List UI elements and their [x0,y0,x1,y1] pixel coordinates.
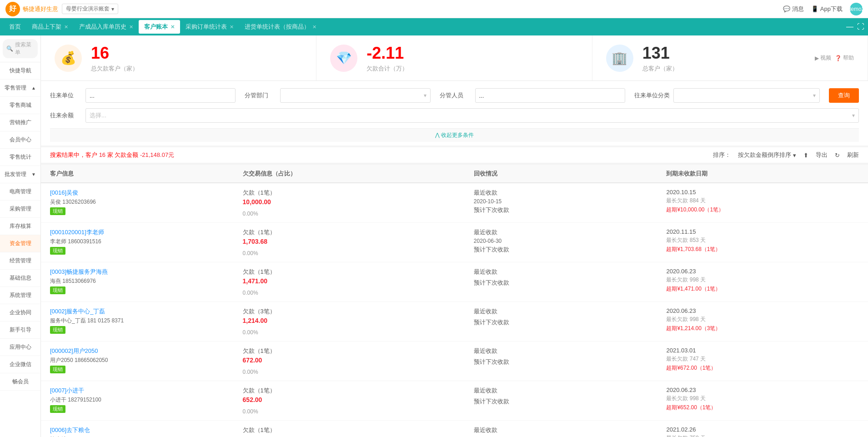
customer-name-6[interactable]: [0006]去下粮仓 [50,426,243,434]
debt-percent-5: 0.00% [243,408,474,415]
collection-latest-label-5: 最近收款 [474,387,667,395]
search-icon: 🔍 [6,45,13,52]
from-unit-input[interactable]: ... [85,88,236,103]
tab-customer-ledger[interactable]: 客户账本 ✕ [139,20,180,34]
sidebar-item-system[interactable]: 系统管理 [0,287,40,304]
tab-customer-ledger-close[interactable]: ✕ [171,24,175,30]
company-selector[interactable]: 母婴行业演示账套 ▾ [62,4,118,14]
tab-goods-summary[interactable]: 进货单统计表（按商品） ✕ [239,20,322,34]
tab-minimize-icon[interactable]: — [846,23,853,31]
sidebar-item-vip[interactable]: 畅会员 [0,373,40,391]
col-header-debt: 欠交易信息（占比） [243,170,474,178]
overdue-link-0[interactable]: 超期¥10,000.00（1笔） [666,206,859,214]
help-label: 帮助 [843,54,854,62]
refresh-button[interactable]: 刷新 [847,151,859,159]
view-video-button[interactable]: ▶ 视频 [815,54,831,62]
sidebar-search-area: 🔍 搜索菜单 [0,35,40,62]
customer-name-4[interactable]: [000002]用户2050 [50,347,243,355]
customer-name-0[interactable]: [0016]吴俊 [50,189,243,197]
customer-name-1[interactable]: [0001020001]李老师 [50,228,243,236]
debt-percent-3: 0.00% [243,329,474,336]
overdue-link-5[interactable]: 超期¥652.00（1笔） [666,404,859,412]
sidebar-item-purchase-label: 采购管理 [10,205,31,213]
debt-label-6: 欠款（1笔） [243,426,474,434]
sidebar-search-box[interactable]: 🔍 搜索菜单 [3,39,38,58]
tab-product-shelf[interactable]: 商品上下架 ✕ [26,20,74,34]
collapse-button[interactable]: ⋀ 收起更多条件 [50,128,859,142]
sidebar-item-operations[interactable]: 经营管理 [0,252,40,270]
sidebar-item-wechat-work[interactable]: 企业微信 [0,356,40,373]
tab-purchase-summary-close[interactable]: ✕ [230,24,234,30]
customer-name-2[interactable]: [0003]畅捷服务尹海燕 [50,268,243,276]
content-area: 💰 16 总欠款客户（家） 💎 -2.11 欠款合计（万） 🏢 131 总客户（… [41,35,868,437]
sidebar-item-retail-mgmt[interactable]: 零售管理 ▲ [0,80,40,97]
sidebar-item-marketing[interactable]: 营销推广 [0,114,40,131]
due-info-1: 2020.11.15 最长欠款 853 天 超期¥1,703.68（1笔） [666,228,859,256]
table-header: 客户信息 欠交易信息（占比） 回收情况 到期未收款日期 [41,165,868,183]
tab-home[interactable]: 首页 [4,20,26,34]
export-icon: ⬆ [803,152,808,159]
sidebar-item-finance[interactable]: 资金管理 [0,235,40,252]
sidebar-item-member[interactable]: 会员中心 [0,131,40,149]
overdue-link-2[interactable]: 超期¥1,471.00（1笔） [666,285,859,293]
customer-tag-3: 现销 [50,326,65,334]
customer-info-2: [0003]畅捷服务尹海燕 海燕 18513066976 现销 [50,268,243,296]
debt-info-1: 欠款（1笔） 1,703.68 0.00% [243,228,474,256]
result-debt-amount: -21,148.07元 [140,151,174,158]
collapse-label: 收起更多条件 [441,132,474,138]
overdue-link-3[interactable]: 超期¥1,214.00（3笔） [666,325,859,332]
sidebar-item-basic-info-label: 基础信息 [10,274,31,282]
message-button[interactable]: 💬 消息 [783,5,804,13]
due-date-2: 2020.06.23 [666,268,859,275]
sidebar-item-wholesale[interactable]: 批发管理 ▼ [0,166,40,183]
debt-percent-0: 0.00% [243,211,474,217]
tab-goods-summary-close[interactable]: ✕ [312,24,316,30]
export-button[interactable]: 导出 [816,151,828,159]
app-download-button[interactable]: 📱 App下载 [811,5,843,13]
avatar[interactable]: demo2 [850,3,863,15]
unit-category-input[interactable]: ▾ [673,88,820,103]
overdue-link-4[interactable]: 超期¥672.00（1笔） [666,364,859,372]
stat-label-customers: 总客户（家） [642,65,678,73]
customer-phone-5: 小进干 18279152100 [50,396,243,404]
sort-selector[interactable]: 按欠款金额倒序排序 ▾ [738,151,796,159]
dept-input[interactable]: ▾ [280,88,430,103]
customer-name-5[interactable]: [0007]小进干 [50,387,243,395]
sidebar-item-ecommerce-label: 电商管理 [10,188,31,196]
debt-info-2: 欠款（1笔） 1,471.00 0.00% [243,268,474,296]
sidebar-item-newbie[interactable]: 新手引导 [0,321,40,339]
sidebar-item-enterprise[interactable]: 企业协同 [0,304,40,321]
sidebar-item-retail-mall[interactable]: 零售商城 [0,97,40,114]
overdue-link-1[interactable]: 超期¥1,703.68（1笔） [666,246,859,253]
search-button[interactable]: 查询 [829,88,859,103]
tab-purchase-summary-label: 采购订单统计表 [186,23,227,31]
tab-product-shelf-close[interactable]: ✕ [64,24,68,30]
customer-name-3[interactable]: [0002]服务中心_丁磊 [50,307,243,316]
sidebar-item-quick-nav[interactable]: 快捷导航 [0,62,40,80]
refresh-icon: ↻ [835,152,840,159]
sidebar-item-app-center[interactable]: 应用中心 [0,339,40,356]
debt-amount-0: 10,000.00 [243,198,474,206]
customer-info-4: [000002]用户2050 用户2050 18665062050 现销 [50,347,243,375]
debt-label-5: 欠款（1笔） [243,387,474,395]
tab-production-history-close[interactable]: ✕ [129,24,133,30]
help-button[interactable]: ❓ 帮助 [835,54,854,62]
sidebar-item-retail-stats[interactable]: 零售统计 [0,149,40,166]
sidebar-item-inventory[interactable]: 库存核算 [0,218,40,235]
person-input[interactable]: ... [475,88,625,103]
balance-placeholder: 选择... [90,111,106,120]
due-info-6: 2021.02.26 最长欠款 750 天 超期¥455.90（1笔） [666,426,859,437]
sidebar-item-basic-info[interactable]: 基础信息 [0,270,40,287]
debt-label-4: 欠款（1笔） [243,347,474,355]
tab-maximize-icon[interactable]: ⛶ [857,23,864,31]
message-icon: 💬 [783,5,790,12]
tab-purchase-summary[interactable]: 采购订单统计表 ✕ [180,20,239,34]
balance-input[interactable]: 选择... ▾ [85,108,859,123]
sidebar-item-ecommerce[interactable]: 电商管理 [0,183,40,201]
stat-icon-money: 💰 [55,45,82,72]
customer-tag-0: 现销 [50,207,65,215]
sidebar-item-purchase[interactable]: 采购管理 [0,201,40,218]
sidebar-item-retail-mgmt-label: 零售管理 [5,84,26,92]
stat-info-debtor: 16 总欠款客户（家） [91,44,138,73]
tab-production-history[interactable]: 产成品入库单历史 ✕ [74,20,139,34]
